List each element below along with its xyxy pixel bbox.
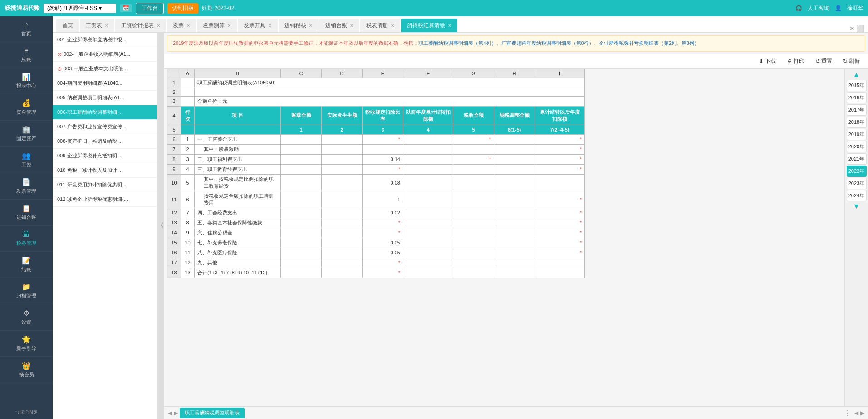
sub-header-1: 1	[281, 125, 322, 134]
sidebar-item-ledger[interactable]: ≡ 总账	[0, 42, 53, 68]
sheet-more-icon[interactable]: ⋮	[843, 409, 851, 417]
form-list-item-011[interactable]: 011-研发费用加计扣除优惠明...	[53, 178, 157, 192]
tax-icon: 🏛	[23, 230, 30, 239]
sheet-next-icon[interactable]: ▶	[174, 410, 178, 416]
table-row-1: 1 职工薪酬纳税调整明细表(A105050)	[167, 78, 585, 88]
close-icon[interactable]: ✕	[227, 23, 231, 28]
form-list-item-009[interactable]: 009-企业所得税补充抵扣明...	[53, 149, 157, 163]
sidebar-item-tax[interactable]: 🏛 税务管理	[0, 226, 53, 252]
form-list-item-006[interactable]: 006-职工薪酬纳税调整明细...	[53, 105, 157, 120]
form-list-item-003[interactable]: ⊙ 003-一般企业成本支出明细...	[53, 62, 157, 76]
col-header-A: 行次	[181, 106, 195, 125]
top-bar: 畅捷通易代账 (勿动) 江西殷宝-LSS ▾ 📅 工作台 切到旧版 账期 202…	[0, 0, 868, 16]
close-all-icon[interactable]: ✕	[849, 25, 855, 32]
sidebar-label-home: 首页	[21, 30, 31, 37]
sidebar-label-report: 报表中心	[16, 83, 36, 89]
year-nav-up[interactable]: ▲	[853, 71, 860, 79]
close-icon[interactable]: ✕	[186, 23, 190, 28]
maximize-icon[interactable]: ⬜	[857, 25, 864, 32]
form-list-item-010[interactable]: 010-免税、减计收入及加计...	[53, 163, 157, 178]
form-list-item-008[interactable]: 008-资产折旧、摊销及纳税...	[53, 134, 157, 149]
year-btn-2017[interactable]: 2017年	[847, 104, 867, 116]
sidebar-item-asset[interactable]: 🏢 固定资产	[0, 121, 53, 147]
vip-icon: 👑	[22, 361, 31, 370]
close-icon[interactable]: ✕	[309, 23, 313, 28]
year-nav-down[interactable]: ▼	[853, 202, 860, 210]
year-btn-2023[interactable]: 2023年	[847, 178, 867, 189]
tab-tax-list[interactable]: 税表清册✕	[360, 19, 400, 32]
calendar-icon-btn[interactable]: 📅	[120, 4, 132, 12]
form-list-item-012[interactable]: 012-减免企业所得税优惠明细(...	[53, 192, 157, 207]
table-row: 15 10 七、补充养老保险 0.05 *	[167, 238, 585, 248]
col-header-F: 以前年度累计结转扣除额	[403, 106, 453, 125]
sidebar-item-home[interactable]: ⌂ 首页	[0, 16, 53, 42]
close-icon[interactable]: ✕	[268, 23, 272, 28]
sidebar-item-salary[interactable]: 👥 工资	[0, 147, 53, 173]
form-list-item-002[interactable]: ⊙ 002-一般企业收入明细表(A1...	[53, 47, 157, 62]
sidebar-item-vip[interactable]: 👑 畅会员	[0, 357, 53, 383]
tab-inout-ledger[interactable]: 进销台账✕	[319, 19, 359, 32]
col-header-B: 项 目	[195, 106, 281, 125]
workspace-button[interactable]: 工作台	[136, 3, 164, 14]
sidebar-item-report[interactable]: 📊 报表中心	[0, 68, 53, 94]
sidebar-item-guide[interactable]: 🌟 新手引导	[0, 331, 53, 357]
sidebar-item-settings[interactable]: ⚙ 设置	[0, 304, 53, 331]
year-btn-2024[interactable]: 2024年	[847, 190, 867, 201]
tab-home[interactable]: 首页	[56, 19, 79, 32]
refresh-button[interactable]: ↻ 刷新	[840, 56, 863, 67]
sidebar-item-invoice[interactable]: 📄 发票管理	[0, 173, 53, 200]
ledger-icon: ≡	[24, 47, 28, 55]
print-button[interactable]: 🖨 打印	[784, 56, 807, 67]
sidebar-label-vip: 畅会员	[19, 371, 34, 378]
close-icon[interactable]: ✕	[350, 23, 353, 28]
sidebar-item-inout[interactable]: 📋 进销台账	[0, 200, 53, 226]
sidebar-item-close[interactable]: 📝 结账	[0, 252, 53, 278]
sheet-scroll-right-icon[interactable]: ▶	[860, 410, 864, 416]
year-btn-2019[interactable]: 2019年	[847, 129, 867, 140]
tab-invoice-open[interactable]: 发票开具✕	[238, 19, 278, 32]
service-label[interactable]: 人工客询	[808, 5, 829, 12]
form-list-item-007[interactable]: 007-广告费和业务宣传费宣传...	[53, 120, 157, 134]
sheet-prev-icon[interactable]: ◀	[168, 410, 172, 416]
year-panel: ▲ 2015年 2016年 2017年 2018年 2019年 2020年 20…	[844, 69, 868, 406]
col-header-H: 纳税调整全额	[494, 106, 535, 125]
sub-header-7: 7(2+4-5)	[535, 125, 585, 134]
tab-salary-report[interactable]: 工资统计报表✕	[115, 19, 166, 32]
year-btn-2021[interactable]: 2021年	[847, 153, 867, 165]
tab-invoice[interactable]: 发票✕	[167, 19, 196, 32]
sidebar-item-archive[interactable]: 📁 归档管理	[0, 278, 53, 304]
sub-header-4: 4	[403, 125, 453, 134]
sheet-tab-salary[interactable]: 职工薪酬纳税调整明细表	[180, 408, 245, 418]
form-list-item-004[interactable]: 004-期间费用明细表(A1040...	[53, 76, 157, 91]
year-btn-2020[interactable]: 2020年	[847, 141, 867, 152]
collapse-panel-button[interactable]: 《	[157, 33, 164, 419]
user-name[interactable]: 徐涯华	[847, 5, 863, 12]
cancel-fixed-button[interactable]: ↑↓取消固定	[0, 405, 53, 419]
tab-invoice-calc[interactable]: 发票测算✕	[197, 19, 237, 32]
form-list-item-005[interactable]: 005-纳税调整项目明细表(A1...	[53, 91, 157, 105]
sheet-tab-bar: ◀ ▶ 职工薪酬纳税调整明细表 ⋮ ◀ ▶	[164, 406, 868, 419]
year-btn-2018[interactable]: 2018年	[847, 117, 867, 128]
year-btn-2016[interactable]: 2016年	[847, 92, 867, 103]
table-row: 12 7 四、工会经费支出 0.02 *	[167, 208, 585, 218]
close-icon[interactable]: ✕	[157, 23, 160, 28]
table-row: 14 9 六、住房公积金 * *	[167, 228, 585, 238]
back-button[interactable]: 切到旧版	[167, 3, 198, 14]
reset-button[interactable]: ↺ 重置	[813, 56, 835, 67]
tab-income-tax[interactable]: 所得税汇算清缴✕	[401, 19, 457, 32]
download-button[interactable]: ⬇ 下载	[756, 56, 779, 67]
sheet-scroll-left-icon[interactable]: ◀	[854, 410, 858, 416]
year-btn-2022[interactable]: 2022年	[847, 166, 867, 177]
tab-inout-check[interactable]: 进销稽核✕	[279, 19, 319, 32]
sidebar-item-fund[interactable]: 💰 资金管理	[0, 94, 53, 121]
close-icon[interactable]: ✕	[391, 23, 394, 28]
notice-bar: 2019年度涉及取以前年度结转数据的申报表单元格需要手工修正，才能保证本年及以后…	[167, 35, 865, 52]
close-icon[interactable]: ✕	[105, 23, 108, 28]
close-icon[interactable]: ✕	[448, 23, 451, 28]
fund-icon: 💰	[22, 99, 31, 107]
unit-label: 金额单位：元	[197, 98, 227, 104]
form-list-item-001[interactable]: 001-企业所得税年度纳税申报...	[53, 33, 157, 47]
company-selector[interactable]: (勿动) 江西殷宝-LSS ▾	[44, 4, 116, 13]
year-btn-2015[interactable]: 2015年	[847, 80, 867, 91]
tab-salary[interactable]: 工资表✕	[80, 19, 114, 32]
